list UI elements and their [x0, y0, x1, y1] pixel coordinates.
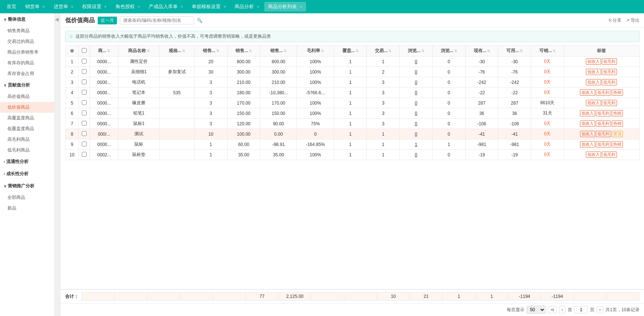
tag-低毛利: 低毛利: [602, 152, 617, 158]
cell-view1[interactable]: 0: [400, 108, 433, 119]
sidebar-item-high-profit[interactable]: 高毛利商品: [0, 134, 54, 145]
sidebar-item-high-coverage[interactable]: 高覆盖度商品: [0, 113, 54, 123]
view1-link[interactable]: 0: [415, 111, 417, 116]
cell-view1[interactable]: 0: [400, 119, 433, 129]
view1-link[interactable]: 0: [415, 152, 417, 157]
first-page-btn[interactable]: ⊲: [548, 306, 557, 313]
cell-view1[interactable]: 0: [400, 150, 433, 160]
sidebar-group-overall[interactable]: ∨整体信息: [0, 13, 54, 26]
cell-checkbox[interactable]: [79, 98, 90, 108]
next-page-btn[interactable]: ›: [597, 306, 603, 313]
cell-view1[interactable]: 0: [400, 88, 433, 98]
view1-link[interactable]: 0: [415, 69, 417, 75]
cell-checkbox[interactable]: [79, 129, 90, 139]
nav-home[interactable]: 首页: [3, 2, 20, 11]
footer-sale-qty: 77: [246, 292, 279, 300]
cell-spec: [159, 77, 194, 88]
row-checkbox[interactable]: [82, 152, 87, 157]
sidebar-group-marketing[interactable]: ∨营销推广分析: [0, 180, 54, 192]
sidebar-item-all-goods[interactable]: 全部商品: [0, 192, 54, 203]
cell-view1[interactable]: 0: [400, 129, 433, 139]
nav-roles[interactable]: 角色授权 ×: [112, 2, 144, 11]
cell-code: 0000...: [90, 57, 118, 67]
cell-view1[interactable]: 0: [400, 57, 433, 67]
cell-checkbox[interactable]: [79, 119, 90, 129]
sidebar-item-traded-goods[interactable]: 交易过的商品: [0, 36, 54, 47]
cell-coverage: 1: [334, 98, 367, 108]
view1-link[interactable]: 0: [415, 132, 417, 137]
nav-analysis[interactable]: 商品分析 ×: [231, 2, 263, 11]
sidebar-item-new-goods[interactable]: 新品: [0, 203, 54, 214]
row-checkbox[interactable]: [82, 79, 87, 84]
row-checkbox[interactable]: [82, 59, 87, 64]
row-checkbox[interactable]: [82, 142, 87, 146]
cell-checkbox[interactable]: [79, 150, 90, 160]
row-checkbox[interactable]: [82, 69, 87, 74]
cell-sale-qty: 1: [194, 150, 227, 160]
footer-coverage: 10: [377, 292, 410, 300]
cell-checkbox[interactable]: [79, 67, 90, 77]
footer-cells: 77 2,125.00 10 21 1 1 -1194 -1194: [81, 292, 640, 301]
sidebar-item-low-value[interactable]: 低价值商品: [0, 102, 54, 113]
nav-analysis-list[interactable]: 商品分析列表 ×: [264, 2, 306, 11]
view1-link[interactable]: 0: [415, 80, 417, 85]
view1-link[interactable]: 1: [415, 142, 417, 147]
tag-热销: 热销: [612, 120, 623, 127]
row-checkbox[interactable]: [82, 121, 87, 126]
col-gear[interactable]: ⚙: [66, 45, 79, 57]
cell-checkbox[interactable]: [79, 139, 90, 150]
filter-recent-month-btn[interactable]: 近一月: [98, 17, 117, 24]
cell-checkbox[interactable]: [79, 88, 90, 98]
sidebar-group-contribution[interactable]: ∨贡献值分析: [0, 79, 54, 91]
nav-template[interactable]: 单据模板设置 ×: [188, 2, 229, 11]
export-btn[interactable]: ↗ 导出: [626, 17, 640, 24]
row-checkbox[interactable]: [82, 90, 87, 95]
sidebar-collapse-btn[interactable]: ◀: [55, 16, 59, 22]
sidebar-item-stock-capital[interactable]: 库存资金占用: [0, 68, 54, 79]
row-checkbox[interactable]: [82, 100, 87, 105]
select-all-checkbox[interactable]: [82, 48, 87, 53]
share-btn[interactable]: ⎘ 分享: [609, 17, 621, 24]
search-input[interactable]: [120, 16, 194, 24]
sidebar-item-low-coverage[interactable]: 低覆盖度商品: [0, 123, 54, 134]
prev-page-btn[interactable]: ‹: [559, 306, 566, 313]
cell-checkbox[interactable]: [79, 108, 90, 119]
row-checkbox[interactable]: [82, 111, 87, 115]
tag-低毛利: 低毛利: [602, 100, 617, 106]
cell-view1[interactable]: 0: [400, 98, 433, 108]
header-actions: ⎘ 分享 ↗ 导出: [609, 17, 640, 24]
tag-低收入: 低收入: [586, 79, 601, 85]
cell-tags: 低收入低毛利热销: [564, 108, 639, 119]
cell-coverage: 1: [334, 88, 367, 98]
page-number-input[interactable]: [574, 306, 588, 313]
cell-view1[interactable]: 0: [400, 67, 433, 77]
sidebar-group-growth[interactable]: ›成长性分析: [0, 168, 54, 180]
nav-purchase[interactable]: 进货单 ×: [50, 2, 77, 11]
table-row: 2 0000... 吴细细1 参加复试 30 300.00 300.00 100…: [66, 67, 640, 77]
per-page-select[interactable]: 50 100 200: [527, 306, 546, 314]
nav-sales[interactable]: 销货单 ×: [21, 2, 48, 11]
col-checkbox[interactable]: [79, 45, 90, 57]
sidebar-item-low-profit[interactable]: 低毛利商品: [0, 145, 54, 156]
view1-link[interactable]: 0: [415, 121, 417, 126]
nav-permissions[interactable]: 权限设置 ×: [78, 2, 110, 11]
view1-link[interactable]: 0: [415, 90, 417, 95]
search-icon[interactable]: 🔍: [197, 18, 202, 23]
row-checkbox[interactable]: [82, 131, 87, 136]
content-header: 低价值商品 近一月 🔍 ⎘ 分享 ↗ 导出: [61, 13, 644, 28]
cell-view1[interactable]: 1: [400, 139, 433, 150]
cell-checkbox[interactable]: [79, 77, 90, 88]
sidebar-item-sales-goods[interactable]: 销售类商品: [0, 26, 54, 36]
view1-link[interactable]: 0: [415, 59, 417, 64]
sidebar-item-stock-goods[interactable]: 有库存的商品: [0, 58, 54, 68]
nav-production[interactable]: 产成品入库单 ×: [145, 2, 187, 11]
sidebar-item-high-value[interactable]: 高价值商品: [0, 91, 54, 102]
sidebar-item-category-rate[interactable]: 商品分类销售率: [0, 47, 54, 58]
expand-arrow-contribution: ∨: [4, 83, 6, 87]
view1-link[interactable]: 0: [415, 101, 417, 106]
tag-低收入: 低收入: [580, 141, 595, 147]
cell-view2: 0: [432, 57, 465, 67]
cell-view1[interactable]: 0: [400, 77, 433, 88]
cell-checkbox[interactable]: [79, 57, 90, 67]
sidebar-group-liquidity[interactable]: ›流通性分析: [0, 156, 54, 168]
